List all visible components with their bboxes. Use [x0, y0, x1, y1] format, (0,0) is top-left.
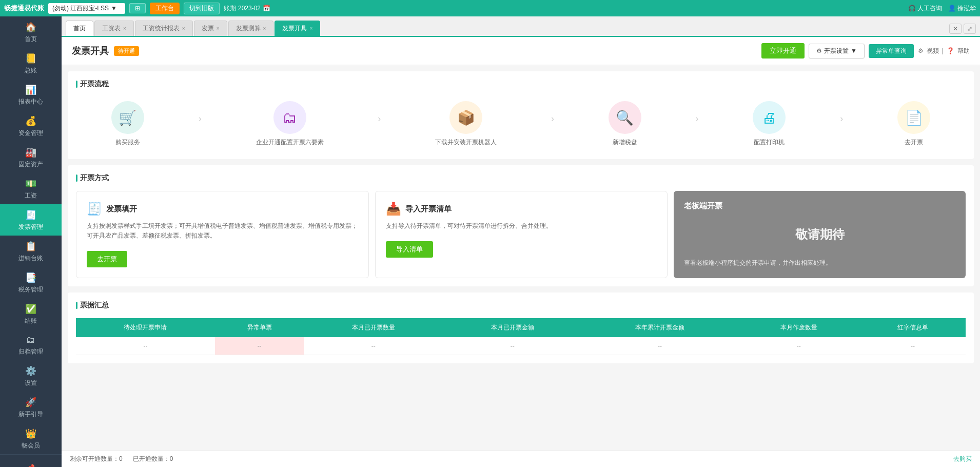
sidebar-item-tax[interactable]: 📑 税务管理	[0, 267, 62, 298]
sidebar-item-assets[interactable]: 🏭 固定资产	[0, 142, 62, 173]
tab-invoice-open-close[interactable]: ×	[309, 26, 312, 31]
sidebar: 🏠 首页 📒 总账 📊 报表中心 💰 资金管理 🏭 固定资产 💵 工资 🧾 发票…	[0, 16, 62, 467]
immediate-open-btn[interactable]: 立即开通	[761, 43, 805, 59]
tab-salary-table-close[interactable]: ×	[123, 26, 126, 31]
col-month-count: 本月已开票数量	[304, 318, 443, 337]
sidebar-label-settlement: 结账	[25, 317, 37, 325]
flow-step-issue[interactable]: 📄 去开票	[897, 101, 930, 147]
close-current-tab-btn[interactable]: ✕	[949, 24, 962, 34]
summary-section: 票据汇总 待处理开票申请 异常单票 本月已开票数量 本月已开票金额 本年累计开票…	[68, 293, 974, 363]
cell-year-amount: --	[582, 337, 737, 355]
sidebar-item-funds[interactable]: 💰 资金管理	[0, 110, 62, 142]
flow-arrow-4: ›	[696, 113, 699, 134]
coming-soon-label: 敬请期待	[795, 226, 845, 243]
sidebar-item-archive[interactable]: 🗂 归档管理	[0, 329, 62, 360]
copy-btn[interactable]: ⊞	[129, 3, 146, 13]
flow-step-setup[interactable]: 🗂 企业开通配置开票六要素	[256, 101, 324, 147]
tab-invoice[interactable]: 发票 ×	[194, 21, 227, 36]
sidebar-item-home[interactable]: 🏠 首页	[0, 16, 62, 48]
billing-methods-title: 开票方式	[76, 173, 966, 183]
tab-invoice-close[interactable]: ×	[217, 26, 220, 31]
main-content: 发票开具 待开通 立即开通 ⚙ 开票设置 ▼ 异常单查询 ⚙ 视频 |	[62, 37, 980, 451]
guide-icon: 🚀	[25, 397, 36, 408]
settings-dropdown-icon: ▼	[851, 47, 857, 54]
maximize-btn[interactable]: ⤢	[964, 24, 976, 34]
sidebar-pin-btn[interactable]: 📌 取消固定	[0, 459, 62, 467]
open-settings-btn[interactable]: ⚙ 开票设置 ▼	[809, 44, 865, 59]
sidebar-label-reports: 报表中心	[18, 98, 43, 106]
tab-salary-stats-close[interactable]: ×	[182, 26, 185, 31]
billing-flow-section: 开票流程 🛒 购买服务 › 🗂 企业开通配置开票六要素	[68, 71, 974, 159]
tab-salary-table[interactable]: 工资表 ×	[94, 21, 134, 36]
sidebar-item-member[interactable]: 👑 畅会员	[0, 423, 62, 454]
sidebar-label-archive: 归档管理	[18, 347, 43, 356]
flow-step-download-icon: 📦	[449, 101, 482, 134]
sidebar-item-reports[interactable]: 📊 报表中心	[0, 79, 62, 110]
opened-count: 已开通数量：0	[133, 455, 173, 463]
col-month-amount: 本月已开票金额	[443, 318, 582, 337]
flow-step-printer-icon: 🖨	[753, 101, 786, 134]
funds-icon: 💰	[25, 115, 36, 127]
tab-invoice-open[interactable]: 发票开具 ×	[275, 21, 320, 36]
sidebar-item-ledger[interactable]: 📒 总账	[0, 48, 62, 79]
old-card-desc: 查看老板端小程序提交的开票申请，并作出相应处理。	[684, 258, 955, 268]
tab-salary-stats-label: 工资统计报表	[143, 24, 180, 33]
sidebar-item-payroll[interactable]: 💵 工资	[0, 173, 62, 204]
buy-link[interactable]: 去购买	[953, 455, 972, 463]
settlement-icon: ✅	[25, 303, 36, 315]
go-issue-btn[interactable]: 去开票	[87, 251, 127, 267]
support-btn[interactable]: 🎧 人工咨询	[908, 4, 942, 13]
sidebar-item-guide[interactable]: 🚀 新手引导	[0, 392, 62, 423]
company-selector[interactable]: (勿动) 江西服宝-LSS ▼	[48, 3, 125, 14]
calendar-icon[interactable]: 📅	[263, 5, 270, 12]
flow-step-download[interactable]: 📦 下载并安装开票机器人	[435, 101, 497, 147]
tax-icon: 📑	[25, 272, 36, 283]
cell-abnormal: --	[215, 337, 304, 355]
import-list-btn[interactable]: 导入清单	[386, 241, 433, 258]
payroll-icon: 💵	[25, 178, 36, 189]
sidebar-label-assets: 固定资产	[18, 160, 43, 169]
sidebar-item-purchase[interactable]: 📋 进销台账	[0, 236, 62, 267]
flow-arrow-5: ›	[840, 113, 843, 134]
tab-invoice-calc[interactable]: 发票测算 ×	[228, 21, 274, 36]
pin-icon: 📌	[27, 464, 35, 467]
top-bar: 畅捷通易代账 (勿动) 江西服宝-LSS ▼ ⊞ 工作台 切到旧版 账期 202…	[0, 0, 980, 16]
sidebar-label-tax: 税务管理	[18, 285, 43, 294]
divider1: |	[942, 47, 944, 54]
help-icon: ❓	[947, 47, 954, 54]
tab-home[interactable]: 首页	[66, 21, 93, 36]
flow-step-issue-icon: 📄	[897, 101, 930, 134]
flow-step-buy[interactable]: 🛒 购买服务	[111, 101, 144, 147]
sidebar-item-settings[interactable]: ⚙️ 设置	[0, 360, 62, 392]
tab-salary-stats[interactable]: 工资统计报表 ×	[135, 21, 193, 36]
flow-step-buy-icon: 🛒	[111, 101, 144, 134]
flow-arrow-3: ›	[551, 113, 554, 134]
footer: 剩余可开通数量：0 已开通数量：0 去购买	[62, 451, 980, 467]
assets-icon: 🏭	[25, 147, 36, 158]
old-card: 老板端开票 查看老板端小程序提交的开票申请，并作出相应处理。 敬请期待	[674, 191, 966, 278]
fill-card-desc: 支持按照发票样式手工填开发票；可开具增值税电子普通发票、增值税普通发票、增值税专…	[87, 221, 358, 241]
tab-invoice-calc-close[interactable]: ×	[263, 26, 266, 31]
period-display: 账期 2023-02 📅	[224, 4, 270, 13]
switch-old-btn[interactable]: 切到旧版	[184, 3, 220, 14]
user-avatar[interactable]: 👤 徐泓华	[948, 4, 976, 13]
sidebar-label-invoice: 发票管理	[18, 223, 43, 231]
sidebar-item-settlement[interactable]: ✅ 结账	[0, 298, 62, 329]
flow-step-printer[interactable]: 🖨 配置打印机	[753, 101, 786, 147]
cell-month-amount: --	[443, 337, 582, 355]
import-card-desc: 支持导入待开票清单，可对待开票清单进行拆分、合并处理。	[386, 221, 657, 231]
col-abnormal: 异常单票	[215, 318, 304, 337]
open-settings-label: 开票设置	[824, 47, 849, 55]
sidebar-item-invoice[interactable]: 🧾 发票管理	[0, 204, 62, 236]
sidebar-label-ledger: 总账	[25, 66, 37, 75]
cell-pending: --	[76, 337, 215, 355]
workspace-btn[interactable]: 工作台	[150, 3, 180, 14]
abnormal-query-btn[interactable]: 异常单查询	[869, 44, 914, 58]
flow-step-taxdisk[interactable]: 🔍 新增税盘	[609, 101, 641, 147]
flow-arrow-1: ›	[199, 113, 202, 134]
summary-title: 票据汇总	[76, 301, 966, 310]
fill-open-card: 🧾 发票填开 支持按照发票样式手工填开发票；可开具增值税电子普通发票、增值税普通…	[76, 191, 369, 278]
flow-step-taxdisk-icon: 🔍	[609, 101, 641, 134]
flow-step-taxdisk-label: 新增税盘	[613, 138, 637, 147]
import-card-title-area: 📥 导入开票清单	[386, 202, 657, 216]
